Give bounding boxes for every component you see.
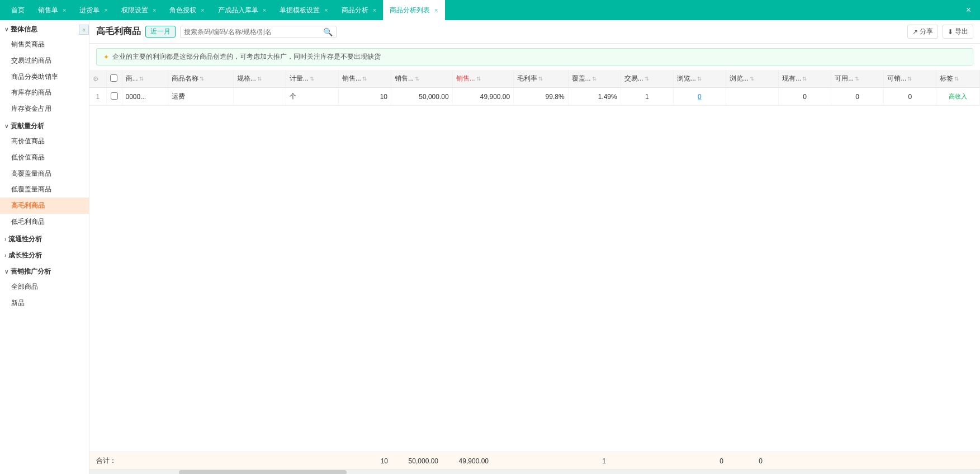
nav-close-template[interactable]: × <box>324 0 328 20</box>
col-available[interactable]: 可用...⇅ <box>831 70 884 88</box>
cell-unit: 个 <box>286 88 338 106</box>
col-sales-amt[interactable]: 销售...⇅ <box>391 70 453 88</box>
nav-item-analysis[interactable]: 商品分析 × <box>335 0 383 20</box>
nav-item-production[interactable]: 产成品入库单 × <box>211 0 273 20</box>
search-icon[interactable]: 🔍 <box>323 27 333 36</box>
cell-spec <box>233 88 286 106</box>
sidebar-item-new-goods[interactable]: 新品 <box>0 295 89 311</box>
cell-name[interactable]: 运费 <box>168 88 233 106</box>
nav-item-home[interactable]: 首页 <box>4 0 31 20</box>
nav-item-roles[interactable]: 角色授权 × <box>163 0 211 20</box>
footer-spacer-4 <box>207 457 263 465</box>
nav-close-sales[interactable]: × <box>63 0 66 20</box>
col-view2[interactable]: 浏览...⇅ <box>726 70 778 88</box>
sidebar-group-marketing[interactable]: ∨ 营销推广分析 <box>0 262 89 279</box>
col-tag[interactable]: 标签⇅ <box>936 70 980 88</box>
sidebar-item-low-value[interactable]: 低价值商品 <box>0 149 89 166</box>
nav-close-analysis-list[interactable]: × <box>434 0 438 20</box>
cell-transactions: 1 <box>621 88 673 106</box>
col-view1[interactable]: 浏览...⇅ <box>673 70 726 88</box>
col-code[interactable]: 商...⇅ <box>122 70 168 88</box>
nav-item-sales[interactable]: 销售单 × <box>31 0 73 20</box>
col-sales-profit[interactable]: 销售...⇅ <box>452 70 514 88</box>
col-unit[interactable]: 计量...⇅ <box>286 70 338 88</box>
footer-spacer-2 <box>146 457 162 465</box>
info-icon: ✦ <box>103 53 109 61</box>
cell-checkbox[interactable] <box>106 88 122 106</box>
cell-sales-profit: 49,900.00 <box>452 88 514 106</box>
nav-close-permissions[interactable]: × <box>153 0 156 20</box>
horizontal-scrollbar[interactable] <box>89 470 980 474</box>
footer-tag <box>805 457 839 465</box>
col-spec[interactable]: 规格...⇅ <box>233 70 286 88</box>
nav-close-roles[interactable]: × <box>201 0 204 20</box>
footer-spacer-1 <box>130 457 146 465</box>
sidebar-item-low-coverage[interactable]: 低覆盖量商品 <box>0 181 89 198</box>
nav-label-roles: 角色授权 <box>169 0 196 20</box>
footer-spacer-6 <box>307 457 347 465</box>
cell-view1[interactable]: 0 <box>673 88 726 106</box>
top-navigation: 首页 销售单 × 进货单 × 权限设置 × 角色授权 × 产成品入库单 × 单据… <box>0 0 980 20</box>
sidebar-item-category-rate[interactable]: 商品分类助销率 <box>0 69 89 85</box>
table-wrapper: ⚙ 商...⇅ 商品名称⇅ 规格...⇅ 计量...⇅ 销售...⇅ 销售...… <box>89 70 980 452</box>
col-name[interactable]: 商品名称⇅ <box>168 70 233 88</box>
sidebar-item-traded-goods[interactable]: 交易过的商品 <box>0 53 89 69</box>
col-sales-qty[interactable]: 销售...⇅ <box>338 70 391 88</box>
nav-item-template[interactable]: 单据模板设置 × <box>273 0 334 20</box>
sidebar-group-contribution[interactable]: ∨ 贡献量分析 <box>0 117 89 133</box>
col-settings[interactable]: ⚙ <box>89 70 106 88</box>
sidebar-item-all-goods[interactable]: 全部商品 <box>0 279 89 295</box>
group-arrow-marketing: ∨ <box>4 269 8 275</box>
nav-close-production[interactable]: × <box>263 0 266 20</box>
sidebar-item-low-margin[interactable]: 低毛利商品 <box>0 214 89 230</box>
nav-close-analysis[interactable]: × <box>373 0 376 20</box>
nav-item-purchase[interactable]: 进货单 × <box>73 0 114 20</box>
main-layout: « ∨ 整体信息 销售类商品 交易过的商品 商品分类助销率 有库存的商品 库存资… <box>0 20 980 474</box>
footer-gross-margin <box>492 457 531 465</box>
nav-label-template: 单据模板设置 <box>280 0 320 20</box>
cell-available: 0 <box>831 88 884 106</box>
sidebar-group-growth[interactable]: › 成长性分析 <box>0 246 89 262</box>
nav-item-analysis-list[interactable]: 商品分析列表 × <box>383 0 444 20</box>
export-button[interactable]: ⬇ 导出 <box>943 25 973 39</box>
group-arrow-liquidity: › <box>4 236 6 242</box>
footer-label: 合计： <box>96 456 130 466</box>
col-current-stock[interactable]: 现有...⇅ <box>779 70 831 88</box>
footer-view1 <box>609 457 648 465</box>
sidebar-collapse-button[interactable]: « <box>79 25 89 35</box>
row-checkbox[interactable] <box>111 92 118 100</box>
col-sellable[interactable]: 可销...⇅ <box>884 70 936 88</box>
settings-icon[interactable]: ⚙ <box>93 75 99 83</box>
search-input[interactable] <box>184 28 321 36</box>
share-button[interactable]: ↗ 分享 <box>907 25 938 39</box>
export-label: 导出 <box>955 27 968 36</box>
footer-sales-profit: 49,900.00 <box>442 457 492 465</box>
sidebar-item-high-coverage[interactable]: 高覆盖量商品 <box>0 166 89 182</box>
col-coverage[interactable]: 覆盖...⇅ <box>568 70 621 88</box>
scrollbar-thumb[interactable] <box>179 470 347 474</box>
footer-spacer-5 <box>263 457 307 465</box>
filter-tag-recent-month[interactable]: 近一月 <box>145 26 176 37</box>
sidebar-item-high-margin[interactable]: 高毛利商品 <box>0 198 89 214</box>
footer-sales-amt: 50,000.00 <box>391 457 442 465</box>
col-gross-margin[interactable]: 毛利率⇅ <box>514 70 568 88</box>
col-transactions[interactable]: 交易...⇅ <box>621 70 673 88</box>
sidebar-item-high-value[interactable]: 高价值商品 <box>0 133 89 149</box>
nav-item-permissions[interactable]: 权限设置 × <box>115 0 163 20</box>
sidebar-item-in-stock[interactable]: 有库存的商品 <box>0 85 89 101</box>
content-area: 高毛利商品 近一月 🔍 ↗ 分享 ⬇ 导出 ✦ 企业的主要的利润都是这部分商品创… <box>89 20 980 474</box>
page-title: 高毛利商品 <box>96 26 141 37</box>
sidebar-group-liquidity[interactable]: › 流通性分析 <box>0 230 89 246</box>
nav-close-purchase[interactable]: × <box>104 0 107 20</box>
nav-label-purchase: 进货单 <box>79 0 100 20</box>
tag-high-income: 高收入 <box>949 93 967 100</box>
footer-available: 0 <box>727 457 766 465</box>
info-banner: ✦ 企业的主要的利润都是这部分商品创造的，可考虑加大推广，同时关注库存是不要出现… <box>96 48 973 65</box>
sidebar-item-sales-goods[interactable]: 销售类商品 <box>0 36 89 53</box>
sidebar-group-overall[interactable]: ∨ 整体信息 <box>0 20 89 36</box>
select-all-checkbox[interactable] <box>110 74 117 82</box>
cell-code[interactable]: 0000... <box>122 88 168 106</box>
close-all-tabs-button[interactable]: × <box>962 5 976 15</box>
sidebar-item-capital-usage[interactable]: 库存资金占用 <box>0 101 89 117</box>
share-label: 分享 <box>920 27 933 36</box>
